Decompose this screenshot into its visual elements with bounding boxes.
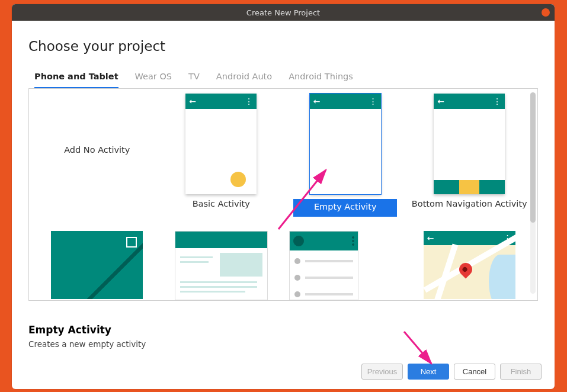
template-gallery: Add No Activity ← ⋮ Basic Activity xyxy=(28,88,538,301)
overflow-menu-icon xyxy=(352,236,354,246)
window-title: Create New Project xyxy=(246,8,320,17)
template-maps-activity[interactable]: ←⋮ xyxy=(408,231,532,300)
fullscreen-icon xyxy=(126,237,137,248)
cancel-button[interactable]: Cancel xyxy=(454,364,495,380)
template-fullscreen-activity[interactable] xyxy=(35,231,159,300)
vertical-scrollbar[interactable] xyxy=(530,92,536,294)
overflow-menu-icon: ⋮ xyxy=(493,97,501,105)
selected-template-title: Empty Activity xyxy=(28,324,146,336)
selected-template-description: Creates a new empty activity xyxy=(28,339,146,349)
template-label: Add No Activity xyxy=(64,94,130,206)
back-arrow-icon: ← xyxy=(189,97,196,105)
template-label: Empty Activity xyxy=(293,199,397,217)
bottom-nav-icon xyxy=(434,180,505,194)
tab-android-auto[interactable]: Android Auto xyxy=(216,69,272,89)
template-master-detail-activity[interactable] xyxy=(283,231,408,300)
tab-tv[interactable]: TV xyxy=(188,69,200,89)
template-empty-activity[interactable]: ← ⋮ Empty Activity xyxy=(283,94,408,224)
window-close-button[interactable] xyxy=(542,8,550,17)
tab-phone-tablet[interactable]: Phone and Tablet xyxy=(34,69,118,89)
next-button[interactable]: Next xyxy=(408,364,449,380)
tab-android-things[interactable]: Android Things xyxy=(289,69,353,89)
template-label: Bottom Navigation Activity xyxy=(412,199,527,211)
template-label: Basic Activity xyxy=(193,199,250,211)
back-arrow-icon: ← xyxy=(427,233,434,243)
back-arrow-icon: ← xyxy=(313,97,321,105)
back-arrow-icon: ← xyxy=(437,97,444,105)
avatar-icon xyxy=(293,236,304,246)
page-heading: Choose your project xyxy=(28,38,538,54)
fab-icon xyxy=(230,172,246,187)
tab-bar: Phone and Tablet Wear OS TV Android Auto… xyxy=(28,69,538,89)
template-fragment-activity[interactable] xyxy=(159,231,284,300)
template-basic-activity[interactable]: ← ⋮ Basic Activity xyxy=(159,94,284,224)
overflow-menu-icon: ⋮ xyxy=(369,97,377,105)
title-bar: Create New Project xyxy=(12,4,555,21)
overflow-menu-icon: ⋮ xyxy=(245,97,253,105)
tab-wear-os[interactable]: Wear OS xyxy=(135,69,172,89)
previous-button[interactable]: Previous xyxy=(361,364,403,380)
dialog-window: Create New Project Choose your project P… xyxy=(12,4,555,389)
template-bottom-navigation-activity[interactable]: ← ⋮ Bottom Navigation Activity xyxy=(408,94,532,224)
template-add-no-activity[interactable]: Add No Activity xyxy=(35,94,159,224)
finish-button[interactable]: Finish xyxy=(500,364,542,380)
